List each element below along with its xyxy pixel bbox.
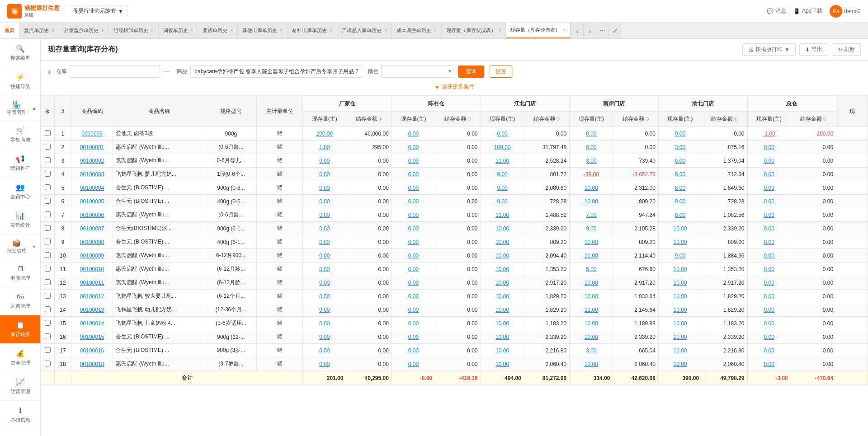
row-nanan-stock[interactable]: -39.00 <box>570 168 613 181</box>
row-factory-stock[interactable]: 200.00 <box>303 127 346 141</box>
row-chenjia-stock[interactable]: 0.00 <box>392 195 435 208</box>
row-chenjia-stock[interactable]: 0.00 <box>392 168 435 181</box>
row-checkbox[interactable] <box>41 141 55 154</box>
tab-close-stock-status[interactable]: × <box>499 28 501 33</box>
row-checkbox[interactable] <box>41 330 55 344</box>
row-code[interactable]: 00100018 <box>71 357 113 371</box>
row-jiangbei-stock[interactable]: 9.00 <box>481 181 524 195</box>
row-jiangbei-stock[interactable]: 10.00 <box>481 330 524 344</box>
row-checkbox[interactable] <box>41 357 55 371</box>
row-chenjia-stock[interactable]: 0.00 <box>392 330 435 344</box>
tab-transfer[interactable]: 调拨单历史 × <box>159 23 198 38</box>
query-btn[interactable]: 查询 <box>458 66 484 78</box>
tab-close-cost[interactable]: × <box>434 28 437 33</box>
row-chenjia-stock[interactable]: 0.00 <box>392 249 435 263</box>
chenjia-info-icon[interactable]: ① <box>467 117 471 122</box>
row-code[interactable]: 00100014 <box>71 317 113 330</box>
row-nanan-stock[interactable]: 10.00 <box>570 195 613 208</box>
row-factory-stock[interactable]: 0.00 <box>303 263 346 276</box>
row-yubei-stock[interactable]: 10.00 <box>658 344 702 357</box>
row-chenjia-stock[interactable]: 0.00 <box>392 127 435 141</box>
settings-btn[interactable]: 设置 <box>490 66 512 78</box>
sidebar-item-operations[interactable]: 📈 经营管理 <box>0 372 40 401</box>
row-chenjia-stock[interactable]: 0.00 <box>392 276 435 290</box>
row-total-stock[interactable]: 0.00 <box>747 344 791 357</box>
sidebar-item-retail-mall[interactable]: 🛒 零售商城 <box>0 121 40 149</box>
row-nanan-stock[interactable]: 9.00 <box>570 222 613 235</box>
tab-product-inbound[interactable]: 产成品入库单历史 × <box>337 23 392 38</box>
row-chenjia-stock[interactable]: 0.00 <box>392 290 435 303</box>
factory-info-icon[interactable]: ① <box>378 117 382 122</box>
row-jiangbei-stock[interactable]: 9.00 <box>481 195 524 208</box>
row-yubei-stock[interactable]: 10.00 <box>658 290 702 303</box>
app-download-btn[interactable]: 📱 App下载 <box>793 7 822 15</box>
row-jiangbei-stock[interactable]: 10.00 <box>481 263 524 276</box>
row-checkbox[interactable] <box>41 208 55 222</box>
warehouse-input[interactable] <box>70 65 160 78</box>
row-chenjia-stock[interactable]: 0.00 <box>392 303 435 317</box>
row-yubei-stock[interactable]: 10.00 <box>658 263 702 276</box>
row-nanan-stock[interactable]: 0.00 <box>570 141 613 154</box>
row-total-stock[interactable]: 0.00 <box>747 357 791 371</box>
row-yubei-stock[interactable]: 0.00 <box>658 127 702 141</box>
row-jiangbei-stock[interactable]: 10.00 <box>481 276 524 290</box>
sidebar-item-member[interactable]: 👥 会员中心 <box>0 178 40 206</box>
row-jiangbei-stock[interactable]: 10.00 <box>481 317 524 330</box>
row-checkbox[interactable] <box>41 290 55 303</box>
row-yubei-stock[interactable]: 8.00 <box>658 168 702 181</box>
row-yubei-stock[interactable]: 9.00 <box>658 195 702 208</box>
sidebar-item-wholesale[interactable]: 📦 批发管理 ▼ <box>0 234 40 259</box>
sidebar-item-finance[interactable]: 💰 资金管理 <box>0 344 40 372</box>
row-chenjia-stock[interactable]: 0.00 <box>392 154 435 168</box>
row-yubei-stock[interactable]: 6.00 <box>658 154 702 168</box>
row-factory-stock[interactable]: 0.00 <box>303 357 346 371</box>
row-nanan-stock[interactable]: 11.00 <box>570 303 613 317</box>
row-chenjia-stock[interactable]: 0.00 <box>392 344 435 357</box>
row-total-stock[interactable]: 0.00 <box>747 290 791 303</box>
tab-close-assemble[interactable]: × <box>151 28 154 33</box>
row-factory-stock[interactable]: 0.00 <box>303 195 346 208</box>
row-code[interactable]: 00100008 <box>71 235 113 249</box>
expand-more-btn[interactable]: ▼ 展开更多条件 <box>434 83 474 91</box>
row-chenjia-stock[interactable]: 0.00 <box>392 357 435 371</box>
tab-other-outbound[interactable]: 其他出库单历史 × <box>238 23 288 38</box>
row-factory-stock[interactable]: 0.00 <box>303 208 346 222</box>
row-jiangbei-stock[interactable]: 9.00 <box>481 168 524 181</box>
row-total-stock[interactable]: 0.00 <box>747 263 791 276</box>
row-checkbox[interactable] <box>41 154 55 168</box>
row-total-stock[interactable]: 0.00 <box>747 168 791 181</box>
tab-more-btn[interactable]: ⋯ <box>596 23 609 38</box>
row-code[interactable]: 00100010 <box>71 263 113 276</box>
row-code[interactable]: 00100013 <box>71 303 113 317</box>
tab-material-outbound[interactable]: 材料出库单历史 × <box>288 23 337 38</box>
row-chenjia-stock[interactable]: 0.00 <box>392 181 435 195</box>
tab-close-transfer[interactable]: × <box>191 28 193 33</box>
tab-close-requisition[interactable]: × <box>230 28 233 33</box>
row-total-stock[interactable]: 0.00 <box>747 181 791 195</box>
row-total-stock[interactable]: 0.00 <box>747 235 791 249</box>
row-checkbox[interactable] <box>41 263 55 276</box>
tab-fullscreen-btn[interactable]: ⤢ <box>609 23 621 38</box>
row-checkbox[interactable] <box>41 127 55 141</box>
row-chenjia-stock[interactable]: 0.00 <box>392 263 435 276</box>
row-checkbox[interactable] <box>41 195 55 208</box>
row-checkbox[interactable] <box>41 303 55 317</box>
row-code[interactable]: 00100001 <box>71 141 113 154</box>
row-factory-stock[interactable]: 0.00 <box>303 290 346 303</box>
row-jiangbei-stock[interactable]: 10.00 <box>481 344 524 357</box>
row-nanan-stock[interactable]: 3.00 <box>570 344 613 357</box>
row-nanan-stock[interactable]: 10.00 <box>570 317 613 330</box>
row-nanan-stock[interactable]: 10.00 <box>570 290 613 303</box>
row-nanan-stock[interactable]: 10.00 <box>570 357 613 371</box>
sidebar-item-search[interactable]: 🔍 搜索英单 <box>0 39 40 67</box>
tab-close-material[interactable]: × <box>330 28 332 33</box>
row-checkbox[interactable] <box>41 235 55 249</box>
row-nanan-stock[interactable]: 10.00 <box>570 235 613 249</box>
user-area[interactable]: 按模版打印 Ea demo2 <box>830 5 861 18</box>
row-factory-stock[interactable]: 1.00 <box>303 141 346 154</box>
jiangbei-info-icon[interactable]: ① <box>556 117 560 122</box>
sidebar-item-quicknav[interactable]: ⚡ 快捷导航 <box>0 67 40 96</box>
tab-close-product[interactable]: × <box>384 28 387 33</box>
tab-assemble[interactable]: 组装拆卸单历史 × <box>109 23 159 38</box>
row-code[interactable]: 00100011 <box>71 276 113 290</box>
